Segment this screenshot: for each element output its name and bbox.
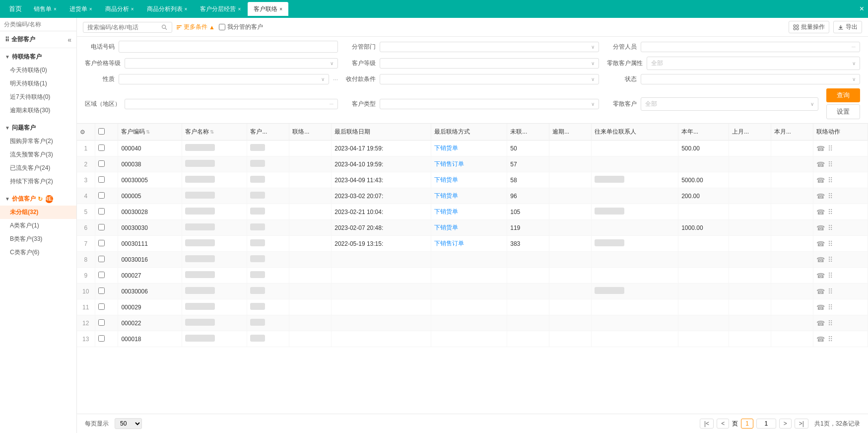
th-this-month[interactable]: 本月... bbox=[771, 124, 813, 141]
sidebar-item-declining[interactable]: 持续下滑客户(2) bbox=[0, 175, 76, 188]
filter-retail-customer-select[interactable]: 全部 ∨ bbox=[641, 97, 818, 111]
page-last-btn[interactable]: >| bbox=[795, 419, 808, 429]
sidebar-search-input[interactable] bbox=[4, 21, 77, 28]
select-all-checkbox[interactable] bbox=[98, 128, 105, 135]
row-select-0[interactable] bbox=[98, 144, 105, 151]
filter-gender-more[interactable]: ··· bbox=[333, 76, 338, 83]
nav-tab-purchase[interactable]: 进货单 × bbox=[64, 2, 98, 16]
filter-region-select[interactable]: ··· bbox=[125, 99, 338, 109]
filter-status-select[interactable]: ∨ bbox=[641, 74, 860, 84]
group-problem-title[interactable]: ▼ 问题客户 bbox=[0, 121, 76, 135]
action-more-6[interactable]: ⠿ bbox=[828, 240, 833, 248]
row-select-4[interactable] bbox=[98, 208, 105, 215]
th-last-contact-way[interactable]: 最后联络方式 bbox=[431, 124, 507, 141]
action-more-12[interactable]: ⠿ bbox=[828, 335, 833, 343]
filter-mine-label[interactable]: 我分管的客户 bbox=[219, 23, 263, 31]
action-phone-6[interactable]: ☎ bbox=[816, 240, 825, 248]
last-way-link-0[interactable]: 下销货单 bbox=[434, 144, 458, 151]
row-select-5[interactable] bbox=[98, 224, 105, 230]
filter-gender-select[interactable]: ∨ bbox=[119, 74, 329, 84]
row-select-6[interactable] bbox=[98, 240, 105, 246]
refresh-icon[interactable]: ↻ bbox=[38, 196, 43, 203]
nav-tab-customer-tier[interactable]: 客户分层经营 × bbox=[194, 2, 247, 16]
window-close[interactable]: × bbox=[860, 4, 864, 13]
action-phone-5[interactable]: ☎ bbox=[816, 224, 825, 232]
action-more-8[interactable]: ⠿ bbox=[828, 272, 833, 280]
close-customer-contact-tab[interactable]: × bbox=[279, 6, 282, 12]
last-way-link-5[interactable]: 下销货单 bbox=[434, 224, 458, 231]
action-more-3[interactable]: ⠿ bbox=[828, 192, 833, 200]
row-select-7[interactable] bbox=[98, 256, 105, 262]
sidebar-item-churn-warning[interactable]: 流失预警客户(3) bbox=[0, 148, 76, 161]
th-not-contacted[interactable]: 未联... bbox=[507, 124, 549, 141]
sidebar-item-overdue[interactable]: 逾期未联络(30) bbox=[0, 104, 76, 117]
action-phone-1[interactable]: ☎ bbox=[816, 160, 825, 168]
th-contact-person[interactable]: 往来单位联系人 bbox=[592, 124, 678, 141]
filter-grade-select[interactable]: ∨ bbox=[380, 58, 599, 69]
filter-payment-select[interactable]: ∨ bbox=[380, 74, 599, 84]
sidebar-item-tomorrow[interactable]: 明天待联络(1) bbox=[0, 77, 76, 90]
sidebar-all-customers[interactable]: ⠿ 全部客户 « bbox=[0, 31, 76, 48]
sidebar-item-7days[interactable]: 近7天待联络(0) bbox=[0, 90, 76, 104]
action-more-7[interactable]: ⠿ bbox=[828, 256, 833, 264]
row-select-11[interactable] bbox=[98, 319, 105, 326]
th-last-month[interactable]: 上月... bbox=[729, 124, 771, 141]
action-phone-9[interactable]: ☎ bbox=[816, 288, 825, 295]
action-more-4[interactable]: ⠿ bbox=[828, 208, 833, 216]
sidebar-item-churned[interactable]: 已流失客户(24) bbox=[0, 161, 76, 175]
page-next-btn[interactable]: > bbox=[779, 419, 792, 429]
filter-staff-select[interactable]: ··· bbox=[641, 42, 860, 52]
close-sales-tab[interactable]: × bbox=[54, 6, 57, 12]
filter-retail-attr-select[interactable]: 全部 ∨ bbox=[647, 57, 860, 70]
group-value-title[interactable]: ▼ 价值客户 ↻ RE. bbox=[0, 192, 76, 206]
filter-price-grade-select[interactable]: ∨ bbox=[125, 58, 338, 69]
filter-customer-type-select[interactable]: ∨ bbox=[380, 99, 599, 109]
filter-mine-checkbox[interactable] bbox=[219, 24, 225, 30]
sidebar-item-ungrouped[interactable]: 未分组(32) bbox=[0, 206, 76, 219]
row-select-3[interactable] bbox=[98, 192, 105, 199]
page-first-btn[interactable]: |< bbox=[700, 419, 714, 429]
per-page-select[interactable]: 50 100 200 bbox=[115, 418, 142, 429]
nav-tab-analysis[interactable]: 商品分析 × bbox=[99, 2, 140, 16]
sidebar-item-class-a[interactable]: A类客户(1) bbox=[0, 219, 76, 232]
th-overdue[interactable]: 逾期... bbox=[549, 124, 592, 141]
last-way-link-4[interactable]: 下销货单 bbox=[434, 208, 458, 215]
action-phone-0[interactable]: ☎ bbox=[816, 144, 825, 152]
nav-tab-analysis-list[interactable]: 商品分析列表 × bbox=[141, 2, 194, 16]
last-way-link-6[interactable]: 下销售订单 bbox=[434, 240, 464, 247]
last-way-link-3[interactable]: 下销货单 bbox=[434, 192, 458, 199]
reset-button[interactable]: 设置 bbox=[826, 104, 860, 119]
th-last-contact-date[interactable]: 最后联络日期 bbox=[332, 124, 431, 141]
close-customer-tier-tab[interactable]: × bbox=[238, 6, 241, 12]
nav-home[interactable]: 首页 bbox=[4, 4, 27, 13]
filter-search-input[interactable] bbox=[87, 24, 159, 31]
nav-tab-sales[interactable]: 销售单 × bbox=[28, 2, 63, 16]
close-purchase-tab[interactable]: × bbox=[89, 6, 92, 12]
action-more-9[interactable]: ⠿ bbox=[828, 288, 833, 295]
action-phone-4[interactable]: ☎ bbox=[816, 208, 825, 216]
nav-tab-customer-contact[interactable]: 客户联络 × bbox=[248, 2, 288, 16]
close-analysis-list-tab[interactable]: × bbox=[185, 6, 188, 12]
action-more-0[interactable]: ⠿ bbox=[828, 144, 833, 152]
row-select-8[interactable] bbox=[98, 272, 105, 278]
sidebar-collapse-btn[interactable]: « bbox=[67, 36, 71, 44]
row-select-12[interactable] bbox=[98, 335, 105, 342]
th-this-year[interactable]: 本年... bbox=[678, 124, 729, 141]
th-type[interactable]: 客户... bbox=[247, 124, 289, 141]
export-btn[interactable]: 导出 bbox=[833, 21, 862, 33]
action-phone-3[interactable]: ☎ bbox=[816, 192, 825, 200]
th-contact[interactable]: 联络... bbox=[289, 124, 332, 141]
page-prev-btn[interactable]: < bbox=[717, 419, 729, 429]
action-phone-2[interactable]: ☎ bbox=[816, 176, 825, 184]
last-way-link-2[interactable]: 下销货单 bbox=[434, 176, 458, 183]
table-settings-icon[interactable]: ⚙ bbox=[80, 129, 85, 136]
action-phone-8[interactable]: ☎ bbox=[816, 272, 825, 280]
close-analysis-tab[interactable]: × bbox=[131, 6, 134, 12]
row-select-9[interactable] bbox=[98, 288, 105, 294]
action-phone-12[interactable]: ☎ bbox=[816, 335, 825, 343]
filter-search-icon[interactable] bbox=[161, 24, 168, 31]
action-more-10[interactable]: ⠿ bbox=[828, 303, 833, 311]
filter-phone-input[interactable] bbox=[119, 41, 338, 53]
row-select-2[interactable] bbox=[98, 176, 105, 183]
filter-more-btn[interactable]: 更多条件 ▲ bbox=[176, 23, 215, 31]
